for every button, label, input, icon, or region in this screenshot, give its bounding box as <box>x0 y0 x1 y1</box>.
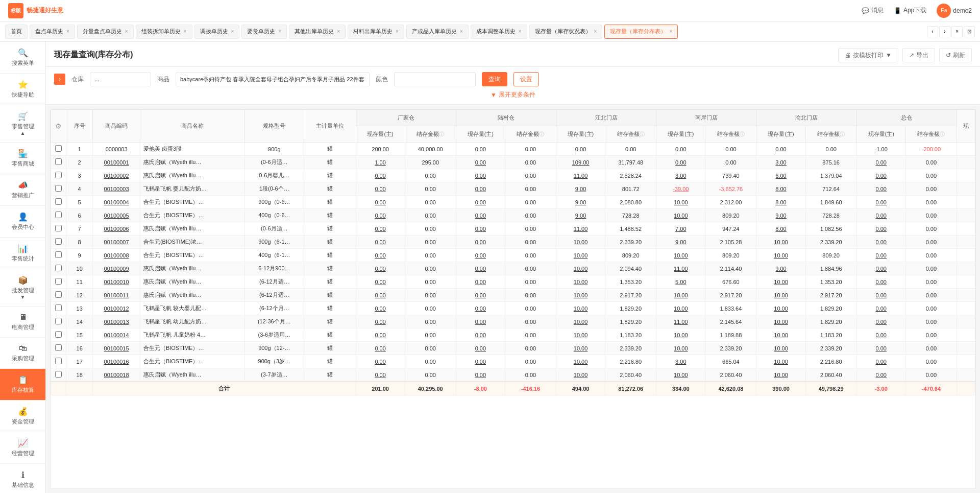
tab-3[interactable]: 组装拆卸单历史 × <box>136 25 192 39</box>
row-checkbox[interactable] <box>51 262 66 275</box>
row-checkbox[interactable] <box>51 156 66 169</box>
row-checkbox[interactable] <box>51 355 66 368</box>
row-checkbox[interactable] <box>51 275 66 289</box>
goods-input[interactable] <box>176 72 370 86</box>
sidebar-item-purchase[interactable]: 🛍 采购管理 <box>0 338 45 369</box>
tab-1[interactable]: 盘点单历史 × <box>30 25 75 39</box>
tab-4-close[interactable]: × <box>231 29 234 34</box>
user-menu[interactable]: Ea demo2 <box>937 4 972 18</box>
sidebar-item-ops[interactable]: 📈 经营管理 <box>0 432 45 464</box>
app-download-btn[interactable]: 📱 App下载 <box>894 6 926 15</box>
refresh-btn[interactable]: ↺ 刷新 <box>939 48 972 62</box>
query-btn[interactable]: 查询 <box>482 72 507 86</box>
sidebar-item-retail-mgmt[interactable]: 🛒 零售管理 ▲ <box>0 105 45 143</box>
sidebar-item-basic[interactable]: ℹ 基础信息 <box>0 464 45 493</box>
sidebar-item-wholesale[interactable]: 📦 批发管理 ▼ <box>0 269 45 307</box>
info-icon-3[interactable]: ⓘ <box>640 131 645 137</box>
tab-8-close[interactable]: × <box>460 29 463 34</box>
tab-9[interactable]: 成本调整单历史 × <box>471 25 527 39</box>
sidebar-item-ecom[interactable]: 🖥 电商管理 <box>0 307 45 338</box>
sidebar-item-member[interactable]: 👤 会员中心 <box>0 206 45 238</box>
info-icon-5[interactable]: ⓘ <box>840 131 845 137</box>
color-input[interactable] <box>394 72 476 86</box>
warehouse-input[interactable] <box>90 72 151 86</box>
settings-btn[interactable]: 设置 <box>513 72 539 86</box>
sidebar-item-finance[interactable]: 💰 资金管理 <box>0 401 45 432</box>
tab-10-close[interactable]: × <box>594 29 597 34</box>
row-checkbox[interactable] <box>51 196 66 209</box>
row-spec: (12-36个月… <box>244 315 304 328</box>
sidebar-item-retail-stat[interactable]: 📊 零售统计 <box>0 238 45 269</box>
expand-conditions-btn[interactable]: ▼ 展开更多条件 <box>491 90 535 99</box>
row-unit: 罐 <box>304 368 356 382</box>
row-checkbox[interactable] <box>51 236 66 249</box>
row-c2-stock: 0.00 <box>456 368 505 382</box>
tab-1-close[interactable]: × <box>66 29 69 34</box>
row-checkbox[interactable] <box>51 315 66 328</box>
tab-3-close[interactable]: × <box>184 29 187 34</box>
tab-6[interactable]: 其他出库单历史 × <box>289 25 346 39</box>
filter-toggle-btn[interactable]: › <box>54 74 65 85</box>
info-icon-2[interactable]: ⓘ <box>539 131 544 137</box>
tab-1-label: 盘点单历史 <box>35 28 63 35</box>
ops-icon: 📈 <box>0 438 45 448</box>
sidebar-item-marketing[interactable]: 📣 营销推广 <box>0 174 45 206</box>
tab-10[interactable]: 现存量（库存状况表） × <box>529 25 603 39</box>
info-icon-1[interactable]: ⓘ <box>439 131 444 137</box>
row-c2-amt: 0.00 <box>505 342 556 355</box>
settings-icon[interactable]: ⚙ <box>55 122 62 130</box>
tab-11-active[interactable]: 现存量（库存分布表） × <box>604 25 678 39</box>
row-checkbox[interactable] <box>51 182 66 196</box>
sidebar-item-mall[interactable]: 🏪 零售商城 <box>0 143 45 174</box>
row-c3-stock: 10.00 <box>556 355 605 368</box>
tab-7-close[interactable]: × <box>396 29 399 34</box>
tab-9-close[interactable]: × <box>519 29 522 34</box>
tab-8[interactable]: 产成品入库单历史 × <box>406 25 469 39</box>
export-btn[interactable]: ↗ 导出 <box>902 48 935 62</box>
message-btn[interactable]: 💬 消息 <box>862 6 884 15</box>
table-row: 15 00100014 飞鹤星飞帆 儿童奶粉 4… (3-6岁适用… 罐 0.0… <box>51 328 975 342</box>
row-total-amt: 0.00 <box>905 262 957 275</box>
tab-6-close[interactable]: × <box>337 29 340 34</box>
tab-expand-btn[interactable]: ⊡ <box>964 26 975 37</box>
row-checkbox[interactable] <box>51 302 66 315</box>
th-name: 商品名称 <box>140 110 244 143</box>
tab-next-btn[interactable]: › <box>939 26 950 37</box>
row-c4-stock: 3.00 <box>656 169 705 182</box>
row-checkbox[interactable] <box>51 368 66 382</box>
print-icon: 🖨 <box>845 52 851 59</box>
sidebar-item-nav[interactable]: ⭐ 快捷导航 <box>0 74 45 105</box>
row-code: 00100011 <box>93 289 140 302</box>
row-c3-stock: 10.00 <box>556 289 605 302</box>
row-c3-stock: 11.00 <box>556 222 605 236</box>
row-checkbox[interactable] <box>51 169 66 182</box>
tab-7[interactable]: 材料出库单历史 × <box>348 25 404 39</box>
print-btn[interactable]: 🖨 按模板打印 ▼ <box>838 48 898 62</box>
row-c4-amt: 2,312.00 <box>705 196 756 209</box>
row-checkbox[interactable] <box>51 342 66 355</box>
row-checkbox[interactable] <box>51 209 66 222</box>
sidebar-item-search[interactable]: 🔍 搜索英单 <box>0 42 45 74</box>
tab-close-all-btn[interactable]: × <box>951 26 963 37</box>
sidebar-item-inventory[interactable]: 📋 库存核算 <box>0 369 45 401</box>
tab-2-close[interactable]: × <box>125 29 128 34</box>
row-checkbox[interactable] <box>51 222 66 236</box>
info-icon-4[interactable]: ⓘ <box>740 131 745 137</box>
tab-2[interactable]: 分量盘点单历史 × <box>77 25 134 39</box>
footer-c2-stock: -8.00 <box>456 382 505 395</box>
tab-5[interactable]: 要货单历史 × <box>241 25 287 39</box>
row-checkbox[interactable] <box>51 328 66 342</box>
info-icon-6[interactable]: ⓘ <box>940 131 945 137</box>
tab-home[interactable]: 首页 <box>5 25 28 39</box>
row-checkbox[interactable] <box>51 143 66 156</box>
row-checkbox[interactable] <box>51 289 66 302</box>
table-row: 8 00100007 合生元(BIOSTIME)浓… 900g（6-1… 罐 0… <box>51 236 975 249</box>
row-c1-stock: 0.00 <box>356 368 405 382</box>
tab-5-close[interactable]: × <box>278 29 281 34</box>
row-c3-amt: 2,094.40 <box>605 262 656 275</box>
tab-4[interactable]: 调拨单历史 × <box>194 25 240 39</box>
tab-prev-btn[interactable]: ‹ <box>927 26 938 37</box>
tab-11-close[interactable]: × <box>669 29 672 34</box>
row-checkbox[interactable] <box>51 249 66 262</box>
tab-4-label: 调拨单历史 <box>200 28 228 35</box>
